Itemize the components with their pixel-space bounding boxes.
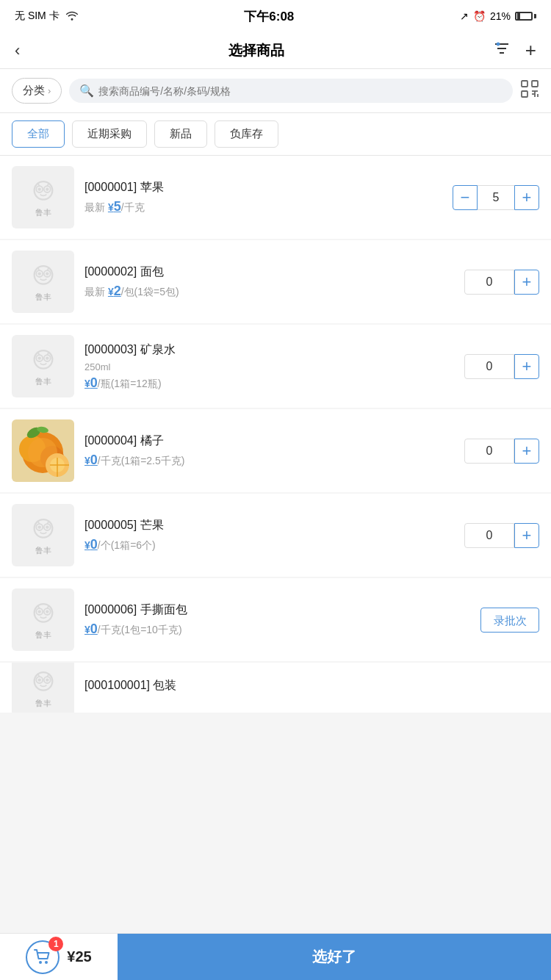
product-name-0000001: [0000001] 苹果 [84, 180, 442, 195]
product-name-0000004: [0000004] 橘子 [84, 433, 454, 449]
confirm-button[interactable]: 选好了 [118, 934, 551, 980]
status-left: 无 SIM 卡 [15, 10, 79, 23]
search-icon: 🔍 [79, 84, 94, 98]
product-info-0000003: [0000003] 矿泉水 250ml ¥0/瓶(1箱=12瓶) [84, 342, 454, 391]
product-item-000100001: 鲁丰 [000100001] 包装 [0, 663, 551, 713]
search-container: 🔍 [69, 79, 513, 103]
svg-rect-5 [532, 81, 538, 87]
qty-control-0000004: + [464, 439, 539, 464]
product-name-0000002: [0000002] 面包 [84, 264, 454, 280]
qty-increase-0000004[interactable]: + [514, 439, 539, 464]
qty-increase-0000005[interactable]: + [514, 523, 539, 548]
product-name-000100001: [000100001] 包装 [84, 678, 539, 693]
batch-button-0000006[interactable]: 录批次 [480, 608, 539, 633]
product-image-0000005: 鲁丰 [12, 504, 74, 566]
product-item-0000003: 鲁丰 [0000003] 矿泉水 250ml ¥0/瓶(1箱=12瓶) + [0, 325, 551, 408]
tab-negative[interactable]: 负库存 [215, 120, 278, 148]
product-spec-0000003: 250ml [84, 361, 454, 372]
nav-left: ‹ [15, 41, 20, 60]
battery-percent: 21% [490, 10, 511, 22]
svg-rect-4 [522, 81, 527, 87]
qty-input-0000004[interactable] [464, 439, 514, 464]
tab-all[interactable]: 全部 [12, 120, 65, 148]
tabs-bar: 全部 近期采购 新品 负库存 [0, 113, 551, 156]
cart-area: 1 ¥25 [0, 934, 118, 980]
product-image-000100001: 鲁丰 [12, 663, 74, 713]
qty-control-0000003: + [464, 354, 539, 379]
category-button[interactable]: 分类 › [12, 78, 62, 104]
qty-decrease-0000001[interactable]: − [453, 185, 478, 210]
scan-icon[interactable] [520, 79, 539, 102]
qty-increase-0000001[interactable]: + [514, 185, 539, 210]
svg-point-24 [37, 356, 40, 359]
qty-increase-0000002[interactable]: + [514, 270, 539, 295]
nav-right: + [493, 39, 536, 62]
qty-input-0000002[interactable] [464, 270, 514, 295]
svg-point-20 [46, 272, 48, 275]
product-image-0000006: 鲁丰 [12, 588, 74, 651]
product-item-0000004: [0000004] 橘子 ¥0/千克(1箱=2.5千克) + [0, 409, 551, 492]
qty-input-0000001[interactable] [478, 185, 514, 210]
svg-point-3 [497, 43, 500, 46]
product-image-0000002: 鲁丰 [12, 251, 74, 313]
svg-point-51 [39, 961, 42, 964]
product-name-0000006: [0000006] 手撕面包 [84, 602, 470, 618]
status-bar: 无 SIM 卡 下午6:08 ↗ ⏰ 21% [0, 0, 551, 32]
product-price-0000006: ¥0/千克(1包=10千克) [84, 621, 470, 637]
carrier-text: 无 SIM 卡 [15, 10, 60, 23]
search-input[interactable] [98, 85, 503, 97]
product-item-0000002: 鲁丰 [0000002] 面包 最新 ¥2/包(1袋=5包) + [0, 240, 551, 323]
product-info-0000006: [0000006] 手撕面包 ¥0/千克(1包=10千克) [84, 602, 470, 637]
svg-point-45 [46, 610, 48, 613]
svg-point-49 [37, 678, 40, 681]
wifi-icon [65, 10, 79, 23]
tab-new[interactable]: 新品 [154, 120, 207, 148]
svg-point-52 [45, 961, 48, 964]
product-item-0000006: 鲁丰 [0000006] 手撕面包 ¥0/千克(1包=10千克) 录批次 [0, 578, 551, 661]
product-price-0000005: ¥0/个(1箱=6个) [84, 537, 454, 552]
product-image-0000003: 鲁丰 [12, 335, 74, 397]
cart-badge: 1 [48, 937, 63, 951]
back-button[interactable]: ‹ [15, 41, 20, 60]
qty-input-0000003[interactable] [464, 354, 514, 379]
product-info-000100001: [000100001] 包装 [84, 678, 539, 697]
svg-rect-6 [522, 91, 527, 97]
filter-icon[interactable] [493, 40, 511, 62]
product-info-0000002: [0000002] 面包 最新 ¥2/包(1袋=5包) [84, 264, 454, 299]
add-button[interactable]: + [525, 39, 536, 62]
status-time: 下午6:08 [244, 8, 294, 25]
svg-point-25 [46, 356, 48, 359]
svg-point-44 [37, 610, 40, 613]
qty-control-0000005: + [464, 523, 539, 548]
qty-control-0000002: + [464, 270, 539, 295]
svg-point-19 [37, 272, 40, 275]
category-label: 分类 [23, 84, 45, 98]
cart-total-price: ¥25 [67, 948, 91, 965]
filter-bar: 分类 › 🔍 [0, 69, 551, 113]
qty-control-0000006: 录批次 [480, 608, 539, 633]
cart-icon-wrap[interactable]: 1 [26, 940, 60, 974]
bottom-bar: 1 ¥25 选好了 [0, 933, 551, 980]
product-item-0000005: 鲁丰 [0000005] 芒果 ¥0/个(1箱=6个) + [0, 494, 551, 577]
alarm-icon: ⏰ [473, 10, 486, 22]
tab-recent[interactable]: 近期采购 [72, 120, 147, 148]
svg-point-50 [46, 678, 48, 681]
product-item-0000001: 鲁丰 [0000001] 苹果 最新 ¥5/千克 − + [0, 156, 551, 239]
product-name-0000005: [0000005] 芒果 [84, 518, 454, 533]
product-price-0000001: 最新 ¥5/千克 [84, 199, 442, 215]
category-arrow-icon: › [48, 85, 51, 96]
svg-point-40 [46, 525, 48, 528]
svg-point-39 [37, 525, 40, 528]
qty-control-0000001: − + [453, 185, 539, 210]
product-name-0000003: [0000003] 矿泉水 [84, 342, 454, 358]
product-price-0000003: ¥0/瓶(1箱=12瓶) [84, 375, 454, 391]
product-list: 鲁丰 [0000001] 苹果 最新 ¥5/千克 − + [0, 156, 551, 713]
qty-input-0000005[interactable] [464, 523, 514, 548]
battery-indicator [515, 12, 536, 21]
product-price-0000004: ¥0/千克(1箱=2.5千克) [84, 453, 454, 468]
product-image-0000001: 鲁丰 [12, 166, 74, 228]
page-title: 选择商品 [228, 41, 284, 60]
qty-increase-0000003[interactable]: + [514, 354, 539, 379]
product-info-0000004: [0000004] 橘子 ¥0/千克(1箱=2.5千克) [84, 433, 454, 468]
svg-point-15 [46, 187, 48, 190]
